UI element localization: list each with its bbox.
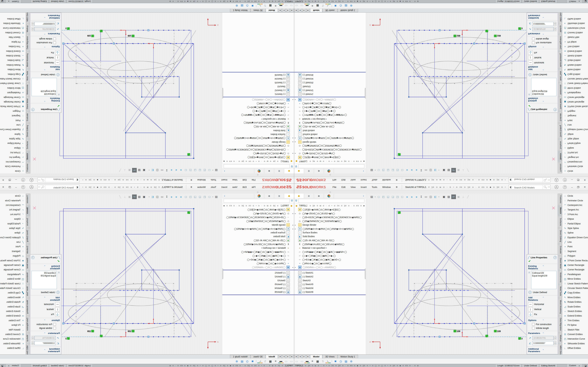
panel-help-icon[interactable]: ?: [553, 256, 557, 259]
collapse-icon[interactable]: ⌃: [32, 332, 46, 335]
sketch-settings-icon[interactable]: ▣: [456, 168, 461, 172]
length-stepper[interactable]: ▲▼: [554, 27, 556, 31]
relation-entry[interactable]: Equal length109: [32, 90, 56, 93]
menu-file[interactable]: File: [252, 186, 256, 188]
option-for-construction[interactable]: For construction: [32, 323, 60, 325]
filter-input[interactable]: [224, 199, 290, 203]
zebra-stripes-icon[interactable]: ▨: [447, 195, 451, 199]
tree-item[interactable]: ◔◯25+ƐЄ25◯ИN◉⊙ƆƐЄNЄ25◯⊙◯52ЄNЄƐƆ⊙◉NИ52◯: [294, 215, 366, 219]
tool-mirror-entities[interactable]: ◫Mirror Entities: [562, 277, 588, 281]
tab-featuremanager[interactable]: ◆: [294, 194, 304, 198]
toolbar-grip[interactable]: [329, 174, 331, 175]
display-settings-icon[interactable]: ▭: [160, 168, 164, 172]
tool-point[interactable]: ▪Point: [562, 244, 588, 249]
tab-propertymanager[interactable]: ≣: [274, 169, 284, 173]
view-orientation-icon[interactable]: ◧: [433, 168, 438, 172]
command-tab-mesh-modeling[interactable]: Mesh Modeling: [26, 298, 30, 316]
tab-model[interactable]: Model: [310, 355, 322, 359]
add-relation-horizontal[interactable]: —Horizontal: [32, 61, 60, 65]
relation-entry[interactable]: Collinear108: [532, 93, 556, 95]
option-infinite-length[interactable]: Infinite length: [528, 38, 556, 40]
angle-stepper[interactable]: ▲▼: [554, 341, 556, 345]
tool-move-entities[interactable]: ↖Move Entities: [0, 67, 26, 72]
tree-item[interactable]: ≡Material < not specified >: [294, 246, 366, 250]
folder-icon[interactable]: ▤: [239, 4, 245, 8]
rollback-bar[interactable]: [294, 97, 366, 97]
tree-item[interactable]: ◗Surface Bodies: [222, 133, 294, 136]
minimize-button[interactable]: –: [15, 179, 17, 182]
tool-rotate-entities[interactable]: ↻Rotate Entities: [562, 63, 588, 67]
checkbox[interactable]: [532, 42, 535, 44]
tree-item[interactable]: ◗Surface Bodies: [222, 231, 294, 234]
search-dropdown-icon[interactable]: ▼: [38, 186, 41, 188]
command-tab-mold-tools[interactable]: Mold Tools: [558, 69, 562, 82]
normal-to-icon[interactable]: ⊥: [123, 168, 127, 172]
command-tab-direct-editing[interactable]: Direct Editing: [558, 228, 562, 244]
edit-icon[interactable]: ╱: [118, 168, 122, 172]
account-icon[interactable]: [554, 185, 558, 189]
expand-arrow-icon[interactable]: ▸: [295, 266, 296, 268]
tree-item[interactable]: ▸▱Design Binder: [222, 140, 294, 144]
tree-item[interactable]: ◳(-) Sketch4: [222, 77, 294, 81]
view-cube-icon[interactable]: ◻: [377, 168, 381, 172]
quick-access-toolbar[interactable]: ƷЄ ⊙ Ш ⊙ ◌ ⊙ + ⊙ ƆƐ ⊙ ƷЄ ⊙ · ⊙ Є5 ⊙ ◉ ⊙ …: [81, 186, 157, 188]
view-cube-icon[interactable]: ◲: [193, 168, 197, 172]
view-cube-icon[interactable]: ◻: [400, 195, 404, 199]
tree-item[interactable]: ▸◷◯Λ◉+25⊙Є◯⊙◯Є⊙52+◉Λ◯: [222, 211, 294, 215]
tool-style-spline[interactable]: ∿Style Spline: [0, 226, 26, 231]
tool-line[interactable]: ╱Line: [0, 123, 26, 127]
option-for-construction[interactable]: For construction: [32, 42, 60, 44]
tool-spline[interactable]: ∿Spline: [0, 132, 26, 136]
tree-item[interactable]: ★◯25ƷЄ+◉ΛΑΦ◯⊙◯ΦΑΛ◉+ЄƷ52◯: [294, 208, 366, 211]
tool-perimeter-circle[interactable]: ◌Perimeter Circle: [0, 164, 26, 169]
tool-stretch-entities[interactable]: ↔Stretch Entities: [562, 53, 588, 58]
add-relation-horizontal[interactable]: —Horizontal: [528, 61, 556, 65]
filter-input[interactable]: [298, 164, 364, 168]
tool-intersection-curve[interactable]: ⋂Intersection Curve: [562, 26, 588, 30]
checkbox[interactable]: [53, 42, 56, 44]
collapse-icon[interactable]: ⌃: [542, 332, 556, 335]
view-orientation-icon[interactable]: ◧: [433, 195, 438, 199]
tree-item[interactable]: ◳Sketch3: [222, 84, 294, 88]
tree-item[interactable]: Σ◯25ИN◉⊙Α∪ЄƐ◯⊙◯ƐЄ∪Α⊙◉NИ52◯: [222, 121, 294, 125]
tool-mirror-entities[interactable]: ◫Mirror Entities: [562, 86, 588, 90]
tool-corner-rectangle[interactable]: ▭Corner Rectangle: [562, 267, 588, 272]
tool-move-entities[interactable]: ↖Move Entities: [562, 295, 588, 300]
command-tab-weldments[interactable]: Weldments: [558, 271, 562, 284]
add-relation-vertical[interactable]: |Vertical: [528, 307, 556, 311]
command-tab-markup[interactable]: Markup: [26, 333, 30, 343]
tree-item[interactable]: ◷◯25◉25ИNЄ25◯⊙◯52ЄNИ52◉52◯: [222, 219, 294, 223]
section-view-icon[interactable]: ◫: [155, 195, 159, 199]
menu-window[interactable]: Window: [382, 179, 391, 181]
expand-arrow-icon[interactable]: ▸: [295, 213, 296, 214]
note-icon[interactable]: ▭: [284, 4, 289, 8]
checkbox[interactable]: [532, 323, 535, 325]
pin-icon[interactable]: ✱: [396, 186, 398, 188]
ok-check-icon[interactable]: ✔: [30, 259, 61, 264]
menu-window[interactable]: Window: [382, 186, 391, 188]
tool-style-spline[interactable]: ∿Style Spline: [562, 226, 588, 231]
tree-item[interactable]: ▦(-) Sketch2: [222, 275, 294, 279]
option-for-construction[interactable]: For construction: [528, 42, 556, 44]
normal-to-icon[interactable]: ⊥: [461, 168, 465, 172]
tool-segment[interactable]: ∶Segment: [562, 249, 588, 254]
tree-item[interactable]: ▱◯+Є⊙◉◯Ж◉|◯⊙◯|◉Ж◯◉⊙Є+◯: [222, 258, 294, 261]
shaded-cube-icon[interactable]: ■: [410, 168, 414, 172]
tree-item[interactable]: ★◯25ƷЄ+◉ΛΑΦ◯⊙◯ΦΑΛ◉+ЄƷ52◯: [294, 156, 366, 159]
command-tab-evaluate[interactable]: Evaluate: [26, 111, 30, 123]
tree-item[interactable]: ▱◯+ИN◉◉+◯Ж◉|◯⊙◯|◉Ж◯+◉◉NИ+◯: [294, 250, 366, 254]
tree-item[interactable]: ▸∎◯25ЄИNΑ∩·◯⊙◯·∩ΑNИЄ52◯: [294, 265, 366, 269]
command-tab-direct-editing[interactable]: Direct Editing: [26, 228, 30, 244]
expand-icon[interactable]: ⌄: [542, 14, 556, 19]
tree-item[interactable]: ▱◯+ИN◉◉+◯Ж◉|◯⊙◯|◉Ж◯+◉◉NИ+◯: [294, 113, 366, 117]
tab-configurations[interactable]: ⊕: [264, 169, 274, 173]
zebra-stripes-icon[interactable]: ▨: [137, 168, 141, 172]
tab-featuremanager[interactable]: ◆: [284, 194, 294, 198]
relation-entry[interactable]: Equal length109: [32, 274, 56, 277]
menu-view[interactable]: View: [351, 186, 356, 188]
add-relation-vertical[interactable]: |Vertical: [32, 307, 60, 311]
history-icon[interactable]: ◷: [245, 360, 250, 363]
tool-circle[interactable]: ○Circle: [0, 194, 26, 198]
tool-point[interactable]: ▪Point: [0, 118, 26, 123]
tool-fit-spline[interactable]: ≈Fit Spline: [562, 323, 588, 327]
